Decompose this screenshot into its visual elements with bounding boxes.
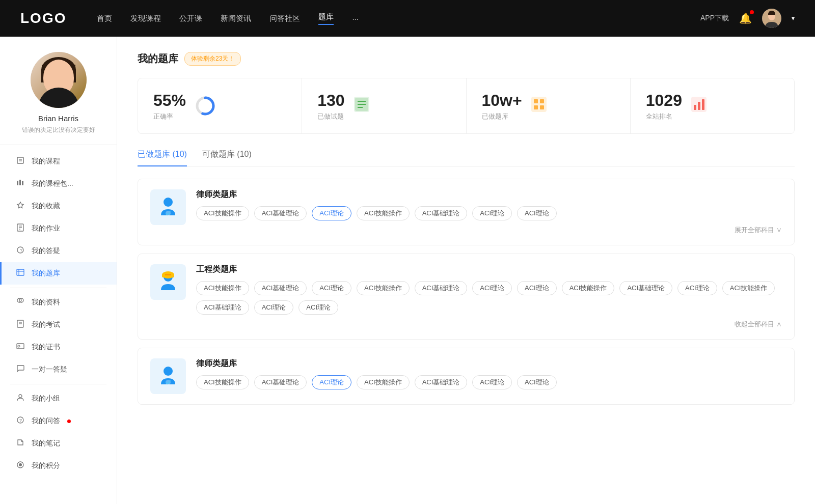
user-avatar[interactable] — [762, 9, 781, 28]
tag-0-4[interactable]: ACI基础理论 — [415, 206, 468, 220]
tag-2-3[interactable]: ACI技能操作 — [357, 375, 410, 389]
stat-correctrate: 55% 正确率 — [138, 78, 302, 133]
nav-link-home[interactable]: 首页 — [97, 14, 112, 23]
nav-link-discover[interactable]: 发现课程 — [130, 14, 161, 23]
tag-2-4[interactable]: ACI基础理论 — [415, 375, 468, 389]
sidebar-item-myqa[interactable]: ? 我的问答 — [0, 410, 117, 432]
sidebar-item-1on1[interactable]: 一对一答疑 — [0, 358, 117, 381]
nav-link-more[interactable]: ··· — [352, 14, 359, 23]
app-download-button[interactable]: APP下载 — [700, 14, 729, 23]
page-header: 我的题库 体验剩余23天！ — [138, 52, 795, 66]
sidebar-item-mynotes[interactable]: 我的笔记 — [0, 432, 117, 455]
nav-links: 首页 发现课程 公开课 新闻资讯 问答社区 题库 ··· — [97, 12, 700, 25]
tag-0-3[interactable]: ACI技能操作 — [357, 206, 410, 220]
sidebar-item-favorites[interactable]: 我的收藏 — [0, 195, 117, 217]
tag-1-4[interactable]: ACI基础理论 — [415, 281, 468, 295]
tab-available-banks[interactable]: 可做题库 (10) — [202, 149, 252, 166]
nav-link-qa[interactable]: 问答社区 — [269, 14, 300, 23]
tag-1-7[interactable]: ACI技能操作 — [562, 281, 615, 295]
bell-icon: 🔔 — [739, 13, 752, 24]
qbank-tags-1: ACI技能操作 ACI基础理论 ACI理论 ACI技能操作 ACI基础理论 AC… — [196, 281, 782, 315]
svg-rect-37 — [531, 97, 547, 112]
stat-value-banks: 10w+ — [482, 91, 522, 110]
svg-point-46 — [164, 198, 173, 207]
qbank-body-0: 律师类题库 ACI技能操作 ACI基础理论 ACI理论 ACI技能操作 ACI基… — [196, 189, 782, 235]
chat-icon — [15, 365, 25, 375]
tag-1-3[interactable]: ACI技能操作 — [357, 281, 410, 295]
stat-text-rank: 1029 全站排名 — [646, 91, 682, 121]
svg-rect-41 — [540, 105, 544, 109]
sidebar-item-homework[interactable]: 我的作业 — [0, 217, 117, 240]
tag-2-5[interactable]: ACI理论 — [472, 375, 512, 389]
qbank-tags-2: ACI技能操作 ACI基础理论 ACI理论 ACI技能操作 ACI基础理论 AC… — [196, 375, 782, 389]
stat-ranking: 1029 全站排名 — [631, 78, 794, 133]
sidebar-item-myexam[interactable]: 我的考试 — [0, 314, 117, 336]
tag-1-8[interactable]: ACI基础理论 — [619, 281, 672, 295]
tag-2-1[interactable]: ACI基础理论 — [254, 375, 307, 389]
svg-rect-7 — [22, 181, 23, 185]
tag-0-1[interactable]: ACI基础理论 — [254, 206, 307, 220]
qa-icon: ? — [15, 246, 25, 256]
avatar-body — [38, 88, 79, 108]
notification-bell[interactable]: 🔔 — [739, 12, 752, 24]
qbank-body-1: 工程类题库 ACI技能操作 ACI基础理论 ACI理论 ACI技能操作 ACI基… — [196, 264, 782, 329]
tag-1-13[interactable]: ACI理论 — [298, 300, 338, 315]
qbank-icon-lawyer-0 — [150, 189, 186, 225]
nav-link-qbank[interactable]: 题库 — [318, 12, 334, 25]
stat-value-done: 130 — [317, 91, 344, 110]
svg-marker-8 — [17, 202, 23, 208]
tag-1-9[interactable]: ACI理论 — [677, 281, 717, 295]
sidebar-item-myanswer[interactable]: ? 我的答疑 — [0, 240, 117, 262]
sidebar-item-mypoints[interactable]: 我的积分 — [0, 455, 117, 477]
tag-1-12[interactable]: ACI理论 — [254, 300, 294, 315]
tag-2-2[interactable]: ACI理论 — [312, 375, 351, 389]
svg-point-29 — [19, 463, 22, 466]
tab-done-banks[interactable]: 已做题库 (10) — [138, 149, 187, 166]
user-dropdown-arrow[interactable]: ▾ — [792, 15, 795, 22]
qbank-section-1: 工程类题库 ACI技能操作 ACI基础理论 ACI理论 ACI技能操作 ACI基… — [138, 254, 795, 340]
tag-1-6[interactable]: ACI理论 — [517, 281, 557, 295]
sidebar-item-mygroup[interactable]: 我的小组 — [0, 387, 117, 410]
sidebar-label-mynotes: 我的笔记 — [32, 439, 60, 448]
main-layout: Brian Harris 错误的决定比没有决定要好 我的课程 我的课程包... — [0, 37, 815, 504]
svg-point-24 — [18, 345, 20, 347]
tag-2-0[interactable]: ACI技能操作 — [196, 375, 249, 389]
sidebar-label-coursepack: 我的课程包... — [32, 179, 73, 188]
sidebar-item-mycert[interactable]: 我的证书 — [0, 336, 117, 358]
sidebar-item-mydata[interactable]: 我的资料 — [0, 291, 117, 314]
stat-text-banks: 10w+ 已做题库 — [482, 91, 522, 121]
qbank-title-0: 律师类题库 — [196, 189, 782, 200]
myqa-icon: ? — [15, 416, 25, 426]
tag-1-1[interactable]: ACI基础理论 — [254, 281, 307, 295]
group-icon — [15, 394, 25, 404]
expand-link-0[interactable]: 展开全部科目 ∨ — [196, 226, 782, 235]
sidebar-label-myexam: 我的考试 — [32, 320, 60, 329]
sidebar-item-mycourse[interactable]: 我的课程 — [0, 150, 117, 173]
tag-0-2[interactable]: ACI理论 — [312, 206, 351, 220]
tag-1-10[interactable]: ACI技能操作 — [722, 281, 775, 295]
qbank-header-2: 律师类题库 ACI技能操作 ACI基础理论 ACI理论 ACI技能操作 ACI基… — [150, 358, 782, 394]
tag-2-6[interactable]: ACI理论 — [517, 375, 557, 389]
svg-point-25 — [19, 395, 22, 398]
data-icon — [15, 297, 25, 307]
stat-text-correctrate: 55% 正确率 — [153, 91, 186, 121]
sidebar-label-1on1: 一对一答疑 — [32, 365, 67, 374]
nav-link-opencourse[interactable]: 公开课 — [179, 14, 202, 23]
qbank-icon-lawyer-2 — [150, 358, 186, 394]
tag-1-11[interactable]: ACI基础理论 — [196, 300, 249, 315]
tag-1-5[interactable]: ACI理论 — [472, 281, 512, 295]
tag-1-0[interactable]: ACI技能操作 — [196, 281, 249, 295]
sidebar-item-coursepack[interactable]: 我的课程包... — [0, 173, 117, 195]
sidebar-item-myqbank[interactable]: 我的题库 — [0, 262, 117, 285]
page-title: 我的题库 — [138, 52, 178, 66]
trial-badge: 体验剩余23天！ — [184, 52, 241, 66]
tag-1-2[interactable]: ACI理论 — [312, 281, 351, 295]
sidebar: Brian Harris 错误的决定比没有决定要好 我的课程 我的课程包... — [0, 37, 117, 504]
correctrate-chart — [194, 95, 216, 117]
tag-0-6[interactable]: ACI理论 — [517, 206, 557, 220]
tag-0-5[interactable]: ACI理论 — [472, 206, 512, 220]
tag-0-0[interactable]: ACI技能操作 — [196, 206, 249, 220]
sidebar-divider-2 — [10, 384, 106, 384]
expand-link-1[interactable]: 收起全部科目 ∧ — [196, 320, 782, 329]
nav-link-news[interactable]: 新闻资讯 — [221, 14, 251, 23]
